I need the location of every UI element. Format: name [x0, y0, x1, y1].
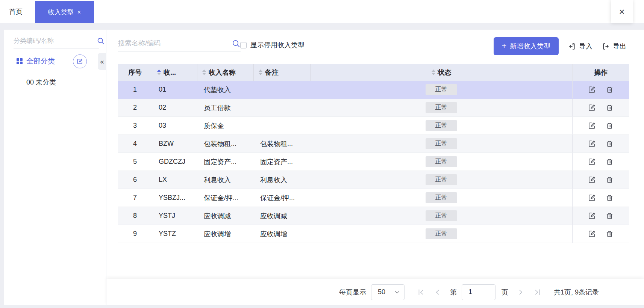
sidebar-item-uncategorized[interactable]: 00 未分类	[26, 78, 56, 87]
next-page-button[interactable]	[517, 288, 525, 296]
add-button-label: 新增收入类型	[510, 42, 550, 51]
search-icon[interactable]	[232, 39, 241, 48]
table-row[interactable]: 8YSTJ应收调减应收调减正常	[118, 207, 629, 225]
sort-icon[interactable]	[432, 69, 435, 75]
income-name: 应收调增	[197, 225, 253, 243]
status-badge: 正常	[426, 210, 457, 221]
delete-icon[interactable]	[606, 194, 614, 202]
tab-income-type[interactable]: 收入类型 ×	[35, 1, 94, 23]
last-page-button[interactable]	[533, 288, 541, 296]
actions-cell	[572, 81, 629, 98]
table-row[interactable]: 4BZW包装物租...包装物租...正常	[118, 135, 629, 153]
table-search-input[interactable]	[118, 39, 232, 47]
remark: 应收调减	[253, 207, 310, 225]
actions-cell	[572, 153, 629, 171]
status-cell: 正常	[310, 117, 572, 134]
income-code: YSTJ	[152, 207, 197, 225]
status-cell: 正常	[310, 189, 572, 207]
collapse-sidebar-button[interactable]: «	[98, 53, 106, 70]
actions-cell	[572, 207, 629, 225]
category-search-input[interactable]	[14, 37, 97, 45]
sort-icon[interactable]	[202, 69, 206, 75]
first-page-icon	[417, 288, 425, 296]
prev-page-button[interactable]	[433, 288, 442, 296]
search-icon[interactable]	[97, 37, 105, 45]
table-row[interactable]: 202员工借款正常	[118, 99, 629, 117]
table-row[interactable]: 303质保金正常	[118, 117, 629, 135]
edit-icon[interactable]	[588, 104, 596, 112]
tab-label: 收入类型	[48, 8, 74, 17]
plus-icon: +	[502, 41, 506, 50]
delete-icon[interactable]	[606, 176, 614, 184]
status-badge: 正常	[426, 192, 457, 203]
status-cell: 正常	[310, 81, 572, 98]
first-page-button[interactable]	[417, 288, 425, 296]
column-header[interactable]: 备注	[253, 64, 310, 81]
status-cell: 正常	[310, 171, 572, 189]
status-cell: 正常	[310, 135, 572, 152]
export-label: 导出	[613, 42, 626, 51]
sort-icon[interactable]	[157, 69, 161, 75]
page-number-input[interactable]	[462, 284, 496, 300]
pagination-bar: 每页显示 50 第 页	[106, 279, 644, 305]
row-number: 8	[118, 207, 152, 225]
income-type-table: 序号收...收入名称备注状态操作 101代垫收入正常202员工借款正常303质保…	[118, 64, 629, 243]
edit-category-button[interactable]	[73, 54, 87, 68]
income-name: 固定资产...	[197, 153, 253, 171]
show-disabled-checkbox-row[interactable]: 显示停用收入类型	[240, 41, 305, 50]
delete-icon[interactable]	[606, 104, 614, 112]
window-close-button[interactable]: ×	[611, 0, 633, 23]
status-badge: 正常	[426, 102, 457, 113]
status-badge: 正常	[426, 156, 457, 167]
row-number: 9	[118, 225, 152, 243]
table-row[interactable]: 6LX利息收入利息收入正常	[118, 171, 629, 189]
grid-icon	[17, 58, 23, 64]
last-page-icon	[533, 288, 541, 296]
table-row[interactable]: 5GDZCZJ固定资产...固定资产...正常	[118, 153, 629, 171]
delete-icon[interactable]	[606, 140, 614, 148]
column-header[interactable]: 状态	[310, 64, 572, 81]
tab-bar: 首页 收入类型 × ×	[0, 0, 644, 23]
edit-icon[interactable]	[588, 212, 596, 220]
actions-cell	[572, 189, 629, 207]
edit-icon[interactable]	[588, 122, 596, 130]
edit-icon[interactable]	[588, 86, 596, 94]
edit-icon[interactable]	[588, 158, 596, 166]
table-row[interactable]: 101代垫收入正常	[118, 81, 629, 99]
export-button[interactable]: 导出	[602, 37, 626, 55]
delete-icon[interactable]	[606, 86, 614, 94]
all-categories-row[interactable]: 全部分类 «	[4, 51, 106, 71]
column-label: 状态	[438, 68, 452, 77]
per-page-select[interactable]: 50	[371, 284, 405, 300]
chevron-down-icon	[394, 289, 400, 295]
column-header[interactable]: 收...	[152, 64, 197, 81]
status-badge: 正常	[426, 228, 457, 239]
actions-cell	[572, 135, 629, 152]
delete-icon[interactable]	[606, 212, 614, 220]
table-row[interactable]: 9YSTZ应收调增应收调增正常	[118, 225, 629, 243]
actions-cell	[572, 117, 629, 134]
edit-icon[interactable]	[588, 194, 596, 202]
edit-icon[interactable]	[588, 230, 596, 238]
row-number: 5	[118, 153, 152, 171]
tab-home[interactable]: 首页	[9, 0, 23, 23]
delete-icon[interactable]	[606, 158, 614, 166]
tab-close-icon[interactable]: ×	[77, 9, 81, 16]
sort-icon[interactable]	[259, 69, 262, 75]
edit-icon[interactable]	[588, 176, 596, 184]
prev-page-icon	[433, 288, 442, 296]
all-categories-label: 全部分类	[26, 56, 55, 66]
import-button[interactable]: 导入	[568, 37, 592, 55]
next-page-icon	[517, 288, 525, 296]
income-code: 03	[152, 117, 197, 134]
edit-icon[interactable]	[588, 140, 596, 148]
checkbox[interactable]	[240, 42, 247, 48]
delete-icon[interactable]	[606, 230, 614, 238]
remark: 应收调增	[253, 225, 310, 243]
status-cell: 正常	[310, 153, 572, 171]
column-header[interactable]: 收入名称	[197, 64, 253, 81]
delete-icon[interactable]	[606, 122, 614, 130]
table-row[interactable]: 7YSBZJ...保证金/押...保证金/押...正常	[118, 189, 629, 207]
add-income-type-button[interactable]: + 新增收入类型	[494, 37, 559, 55]
collapse-icon: «	[100, 57, 104, 66]
